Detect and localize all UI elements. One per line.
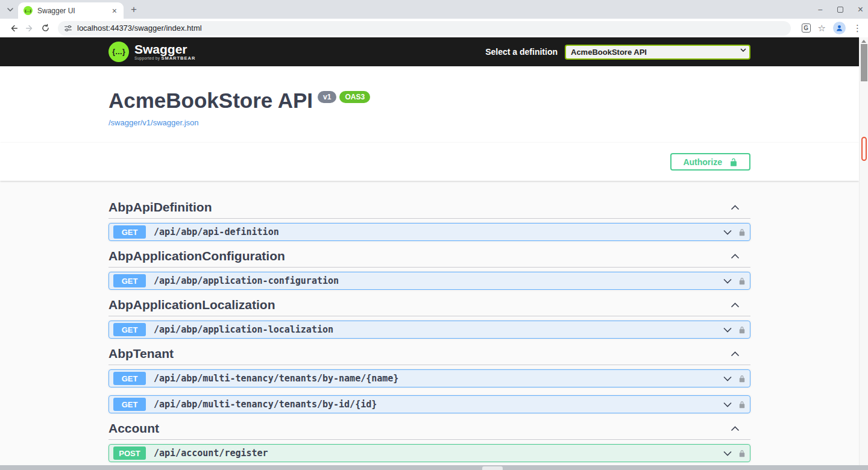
collapse-chevron-up-icon[interactable]: [731, 426, 740, 431]
taskbar-pill: [482, 466, 503, 470]
tab-title: Swagger UI: [37, 7, 111, 15]
section-endpoints: GET /api/abp/application-localization: [108, 316, 750, 339]
api-section: AbpApiDefinition GET /api/abp/api-defini…: [108, 200, 750, 241]
section-header[interactable]: AbpTenant: [108, 346, 750, 365]
address-bar[interactable]: localhost:44373/swagger/index.html: [58, 21, 791, 36]
swagger-favicon-icon: {…}: [24, 6, 33, 15]
profile-avatar[interactable]: [833, 22, 846, 34]
endpoint-row[interactable]: GET /api/abp/api-definition: [108, 223, 750, 241]
section-title: Account: [108, 421, 159, 436]
vertical-scrollbar[interactable]: [859, 37, 868, 470]
logo-text: Swagger: [134, 43, 195, 55]
unlock-icon: [729, 158, 738, 166]
expand-chevron-down-icon[interactable]: [723, 451, 732, 456]
section-header[interactable]: Account: [108, 421, 750, 440]
spec-json-link[interactable]: /swagger/v1/swagger.json: [108, 118, 199, 127]
version-badge: v1: [318, 91, 336, 103]
definition-select[interactable]: AcmeBookStore API: [565, 45, 750, 60]
section-header[interactable]: AbpApiDefinition: [108, 200, 750, 219]
endpoint-path: /api/abp/application-configuration: [154, 275, 723, 286]
section-title: AbpApiDefinition: [108, 200, 212, 215]
expand-chevron-down-icon[interactable]: [723, 327, 732, 333]
api-section: AbpApplicationLocalization GET /api/abp/…: [108, 298, 750, 339]
tab-search-icon[interactable]: [5, 4, 16, 15]
section-endpoints: GET /api/abp/multi-tenancy/tenants/by-na…: [108, 365, 750, 413]
expand-chevron-down-icon[interactable]: [723, 376, 732, 381]
window-maximize-icon[interactable]: [837, 7, 843, 13]
logo-subtext: Supported by SMARTBEAR: [134, 55, 195, 61]
oas-badge: OAS3: [339, 91, 370, 103]
section-title: AbpApplicationLocalization: [108, 298, 275, 312]
scheme-container: Authorize: [0, 143, 859, 181]
back-icon[interactable]: [6, 20, 22, 36]
bookmark-star-icon[interactable]: ☆: [818, 23, 826, 34]
method-badge: GET: [113, 274, 146, 287]
taskbar-edge: [0, 465, 868, 470]
method-badge: GET: [113, 398, 146, 411]
scrollbar-thumb[interactable]: [861, 44, 867, 81]
endpoint-path: /api/abp/application-localization: [154, 324, 723, 335]
method-badge: POST: [113, 446, 146, 460]
method-badge: GET: [113, 225, 146, 239]
endpoint-path: /api/abp/api-definition: [154, 227, 723, 237]
api-title: AcmeBookStore API v1 OAS3: [108, 89, 750, 113]
new-tab-button[interactable]: +: [128, 4, 140, 16]
select-definition-label: Select a definition: [485, 47, 558, 57]
browser-tab[interactable]: {…} Swagger UI ×: [18, 2, 124, 19]
authorize-button[interactable]: Authorize: [670, 153, 750, 171]
endpoint-row[interactable]: GET /api/abp/multi-tenancy/tenants/by-na…: [108, 369, 750, 387]
lock-icon[interactable]: [738, 375, 746, 383]
section-header[interactable]: AbpApplicationConfiguration: [108, 249, 750, 268]
collapse-chevron-up-icon[interactable]: [731, 205, 740, 210]
endpoint-row[interactable]: GET /api/abp/application-localization: [108, 321, 750, 339]
browser-toolbar: localhost:44373/swagger/index.html G ☆ ⋮: [0, 19, 868, 37]
swagger-logo: {…} Swagger Supported by SMARTBEAR: [108, 42, 195, 62]
api-section: Account POST /api/account/register: [108, 421, 750, 462]
expand-chevron-down-icon[interactable]: [723, 402, 732, 407]
browser-tab-strip: {…} Swagger UI × + − ×: [0, 0, 868, 19]
window-minimize-icon[interactable]: −: [817, 5, 822, 14]
site-settings-icon[interactable]: [64, 24, 72, 33]
lock-icon[interactable]: [738, 326, 746, 334]
endpoint-path: /api/account/register: [154, 448, 723, 459]
section-endpoints: POST /api/account/register: [108, 440, 750, 462]
endpoint-row[interactable]: GET /api/abp/application-configuration: [108, 272, 750, 290]
section-title: AbpTenant: [108, 346, 174, 361]
endpoint-row[interactable]: GET /api/abp/multi-tenancy/tenants/by-id…: [108, 395, 750, 413]
reload-icon[interactable]: [37, 20, 53, 36]
translate-icon[interactable]: G: [802, 24, 811, 33]
scrollbar-marker: [861, 137, 867, 161]
page-content: {…} Swagger Supported by SMARTBEAR Selec…: [0, 37, 859, 470]
api-section: AbpTenant GET /api/abp/multi-tenancy/ten…: [108, 346, 750, 413]
section-endpoints: GET /api/abp/api-definition: [108, 219, 750, 241]
collapse-chevron-up-icon[interactable]: [731, 351, 740, 357]
section-endpoints: GET /api/abp/application-configuration: [108, 268, 750, 290]
endpoint-path: /api/abp/multi-tenancy/tenants/by-name/{…: [154, 373, 723, 384]
method-badge: GET: [113, 323, 146, 336]
expand-chevron-down-icon[interactable]: [723, 230, 732, 235]
swagger-topbar: {…} Swagger Supported by SMARTBEAR Selec…: [0, 37, 859, 66]
browser-menu-icon[interactable]: ⋮: [853, 23, 862, 34]
section-header[interactable]: AbpApplicationLocalization: [108, 298, 750, 316]
tab-close-icon[interactable]: ×: [111, 5, 118, 16]
lock-icon[interactable]: [738, 228, 746, 236]
api-info-section: AcmeBookStore API v1 OAS3 /swagger/v1/sw…: [0, 66, 859, 143]
collapse-chevron-up-icon[interactable]: [731, 254, 740, 259]
url-text[interactable]: localhost:44373/swagger/index.html: [77, 24, 202, 33]
swagger-logo-icon: {…}: [108, 42, 129, 62]
section-title: AbpApplicationConfiguration: [108, 249, 285, 263]
api-sections: AbpApiDefinition GET /api/abp/api-defini…: [108, 200, 750, 470]
lock-icon[interactable]: [738, 450, 746, 457]
lock-icon[interactable]: [738, 401, 746, 409]
lock-icon[interactable]: [738, 277, 746, 285]
forward-icon[interactable]: [22, 20, 37, 36]
endpoint-row[interactable]: POST /api/account/register: [108, 444, 750, 462]
collapse-chevron-up-icon[interactable]: [731, 302, 740, 308]
method-badge: GET: [113, 372, 146, 385]
window-close-icon[interactable]: ×: [858, 4, 863, 15]
endpoint-path: /api/abp/multi-tenancy/tenants/by-id/{id…: [154, 399, 723, 410]
expand-chevron-down-icon[interactable]: [723, 278, 732, 284]
api-section: AbpApplicationConfiguration GET /api/abp…: [108, 249, 750, 290]
